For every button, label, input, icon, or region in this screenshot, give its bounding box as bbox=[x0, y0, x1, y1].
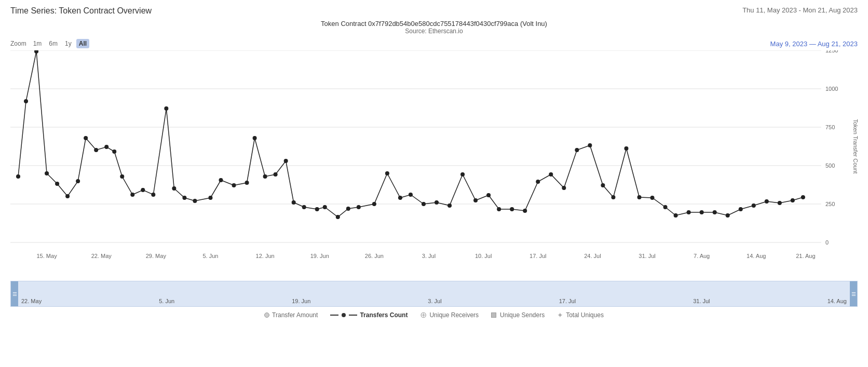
svg-point-66 bbox=[422, 202, 425, 206]
legend-transfers-count: Transfers Count bbox=[330, 311, 408, 319]
nav-left-icon: ☰ bbox=[12, 291, 17, 297]
svg-point-94 bbox=[778, 201, 781, 205]
svg-text:29. May: 29. May bbox=[146, 253, 167, 259]
zoom-all[interactable]: All bbox=[76, 39, 89, 48]
svg-point-95 bbox=[791, 199, 794, 202]
svg-point-88 bbox=[700, 211, 703, 214]
svg-point-36 bbox=[94, 148, 98, 152]
nav-handle-right[interactable]: ☰ bbox=[850, 281, 857, 306]
header-date-range: Thu 11, May 2023 - Mon 21, Aug 2023 bbox=[742, 6, 858, 14]
svg-point-50 bbox=[245, 181, 249, 185]
svg-point-93 bbox=[765, 200, 768, 203]
svg-text:19. Jun: 19. Jun bbox=[310, 253, 329, 259]
nav-handle-left[interactable]: ☰ bbox=[11, 281, 18, 306]
page-title: Time Series: Token Contract Overview bbox=[10, 6, 152, 16]
svg-text:500: 500 bbox=[825, 162, 835, 169]
legend-transfers-count-label: Transfers Count bbox=[360, 311, 408, 319]
svg-point-32 bbox=[56, 182, 59, 186]
nav-label-1: 22. May bbox=[21, 298, 42, 304]
legend-transfers-count-dot bbox=[342, 313, 346, 317]
svg-point-71 bbox=[487, 194, 491, 197]
svg-text:21. Aug: 21. Aug bbox=[796, 253, 815, 259]
svg-point-62 bbox=[372, 202, 376, 206]
legend-transfer-amount-label: Transfer Amount bbox=[272, 311, 318, 319]
svg-point-73 bbox=[510, 208, 514, 211]
page-container: Time Series: Token Contract Overview Thu… bbox=[0, 0, 868, 367]
legend: Transfer Amount Transfers Count ⊕ Unique… bbox=[0, 307, 868, 321]
svg-text:7. Aug: 7. Aug bbox=[694, 253, 710, 259]
svg-point-65 bbox=[409, 193, 412, 197]
header: Time Series: Token Contract Overview Thu… bbox=[0, 0, 868, 16]
nav-right-icon: ☰ bbox=[851, 291, 856, 297]
svg-point-96 bbox=[801, 196, 805, 199]
legend-unique-senders-icon bbox=[491, 312, 496, 318]
svg-text:14. Aug: 14. Aug bbox=[747, 253, 766, 259]
svg-point-31 bbox=[45, 172, 49, 175]
chart-title-source: Source: Etherscan.io bbox=[0, 28, 868, 35]
legend-total-uniques-label: Total Uniques bbox=[566, 311, 604, 319]
nav-label-7: 14. Aug bbox=[828, 298, 847, 304]
svg-point-46 bbox=[193, 199, 197, 203]
chart-date-range: May 9, 2023 — Aug 21, 2023 bbox=[770, 40, 858, 48]
svg-point-57 bbox=[315, 208, 319, 211]
svg-point-33 bbox=[66, 195, 70, 198]
svg-point-44 bbox=[172, 187, 176, 191]
svg-point-29 bbox=[24, 100, 28, 103]
svg-point-76 bbox=[549, 173, 553, 176]
chart-title-block: Token Contract 0x7f792db54b0e580cdc75517… bbox=[0, 20, 868, 35]
svg-point-72 bbox=[497, 208, 501, 211]
navigator-wrapper: ☰ ☰ 22. May 5. Jun 19. Jun 3. Jul 17. Ju… bbox=[10, 281, 858, 307]
svg-point-92 bbox=[752, 204, 755, 208]
svg-point-54 bbox=[284, 159, 288, 163]
zoom-1y[interactable]: 1y bbox=[62, 39, 74, 48]
svg-point-28 bbox=[17, 175, 20, 179]
svg-point-82 bbox=[625, 147, 628, 151]
svg-point-51 bbox=[253, 137, 256, 140]
svg-text:3. Jul: 3. Jul bbox=[422, 253, 436, 259]
svg-point-40 bbox=[131, 193, 134, 197]
legend-transfer-amount: Transfer Amount bbox=[264, 311, 318, 319]
svg-point-35 bbox=[84, 137, 88, 140]
svg-point-90 bbox=[726, 214, 729, 218]
zoom-1m[interactable]: 1m bbox=[31, 39, 45, 48]
svg-text:12. Jun: 12. Jun bbox=[256, 253, 275, 259]
svg-point-47 bbox=[209, 196, 212, 200]
zoom-label: Zoom bbox=[10, 40, 26, 47]
chart-wrapper: 0 250 500 750 1000 1250 Token Transfer C… bbox=[10, 50, 858, 279]
svg-point-75 bbox=[536, 180, 540, 184]
legend-unique-senders-label: Unique Senders bbox=[500, 311, 545, 319]
svg-point-89 bbox=[713, 211, 716, 214]
chart-title-main: Token Contract 0x7f792db54b0e580cdc75517… bbox=[0, 20, 868, 28]
svg-text:5. Jun: 5. Jun bbox=[202, 253, 218, 259]
svg-point-55 bbox=[292, 201, 295, 205]
svg-point-91 bbox=[739, 208, 742, 211]
main-chart: 0 250 500 750 1000 1250 Token Transfer C… bbox=[10, 50, 858, 279]
svg-point-53 bbox=[274, 173, 277, 176]
svg-point-39 bbox=[120, 175, 124, 179]
svg-point-56 bbox=[302, 206, 306, 209]
legend-total-uniques-icon: ✦ bbox=[557, 311, 563, 319]
legend-unique-senders: Unique Senders bbox=[491, 311, 545, 319]
nav-label-6: 31. Jul bbox=[693, 298, 710, 304]
svg-text:0: 0 bbox=[825, 239, 829, 246]
svg-point-64 bbox=[398, 196, 402, 200]
svg-point-61 bbox=[357, 206, 360, 209]
nav-label-3: 19. Jun bbox=[292, 298, 310, 304]
svg-point-37 bbox=[105, 145, 108, 149]
svg-text:15. May: 15. May bbox=[37, 253, 58, 259]
svg-point-38 bbox=[113, 150, 116, 154]
svg-point-52 bbox=[263, 175, 267, 179]
svg-point-87 bbox=[687, 211, 690, 214]
svg-point-74 bbox=[523, 209, 527, 213]
svg-text:22. May: 22. May bbox=[91, 253, 112, 259]
svg-point-42 bbox=[152, 193, 155, 197]
svg-point-84 bbox=[650, 196, 654, 200]
nav-label-4: 3. Jul bbox=[428, 298, 441, 304]
svg-point-85 bbox=[663, 206, 667, 209]
nav-label-2: 5. Jun bbox=[159, 298, 174, 304]
legend-unique-receivers: ⊕ Unique Receivers bbox=[420, 311, 479, 319]
legend-transfer-amount-icon bbox=[264, 312, 269, 318]
svg-point-81 bbox=[612, 196, 615, 199]
zoom-6m[interactable]: 6m bbox=[46, 39, 60, 48]
svg-point-41 bbox=[141, 188, 145, 192]
